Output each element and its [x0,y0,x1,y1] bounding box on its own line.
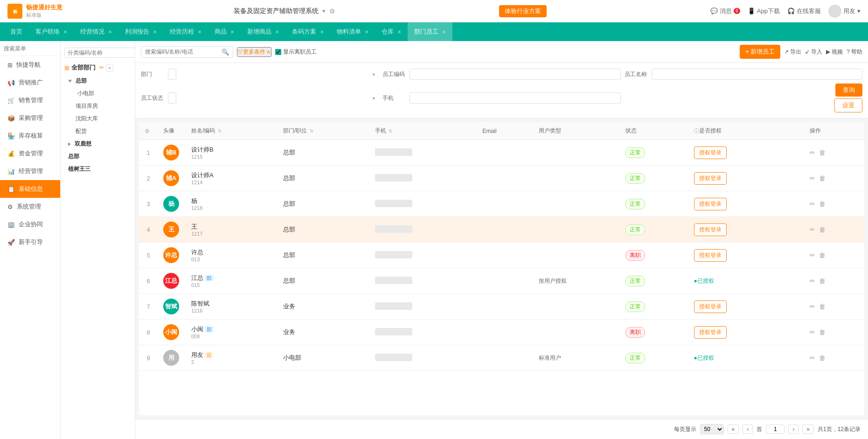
sort-dept-icon[interactable]: ⇅ [310,128,313,133]
close-barcode-tab[interactable]: ✕ [320,29,324,35]
employee-search-input[interactable] [145,49,220,55]
tab-home[interactable]: 首页 [4,22,29,41]
user-menu[interactable]: 用友 ▾ [828,5,861,18]
dept-item-xiaodian[interactable]: 小电部 [64,87,135,100]
sidebar-item-basic-info[interactable]: 📋 基础信息 [0,180,60,198]
export-button[interactable]: ↗ 导出 [784,48,801,56]
dept-group-shuanglu-header[interactable]: 双鹿想 [64,138,135,150]
filter-name-input[interactable] [652,69,862,80]
system-dropdown-icon[interactable]: ▾ [322,7,326,14]
first-page-button[interactable]: « [728,425,739,434]
sidebar-item-sales[interactable]: 🛒 销售管理 [0,91,60,109]
sidebar-item-purchase[interactable]: 📦 采购管理 [0,109,60,127]
sidebar-item-marketing[interactable]: 📢 营销推广 [0,74,60,91]
sidebar-item-corp[interactable]: 🏢 企业协同 [0,216,60,233]
sidebar-item-quick-nav[interactable]: ⊞ 快捷导航 [0,56,60,74]
dept-group-general2-header[interactable]: 总部 [64,150,135,163]
close-employee-tab[interactable]: ✕ [442,29,446,35]
edit-button[interactable]: ✏ [810,149,815,156]
edit-button[interactable]: ✏ [810,328,815,336]
app-download-button[interactable]: 📱 App下载 [748,7,780,15]
next-page-button[interactable]: › [788,425,799,434]
close-bom-tab[interactable]: ✕ [365,29,368,35]
close-history-tab[interactable]: ✕ [198,29,201,35]
filter-code-input[interactable] [410,69,620,80]
tab-warehouse[interactable]: 仓库✕ [375,22,408,41]
edit-button[interactable]: ✏ [810,277,815,285]
dept-item-project[interactable]: 项目库房 [64,100,135,112]
edit-button[interactable]: ✏ [810,226,815,233]
sidebar-item-system[interactable]: ⚙ 系统管理 [0,198,60,216]
tab-history[interactable]: 经营历程✕ [163,22,208,41]
delete-button[interactable]: 🗑 [819,226,826,233]
delete-button[interactable]: 🗑 [819,277,826,285]
help-button[interactable]: ? 帮助 [847,48,862,56]
show-resigned-checkbox[interactable] [275,49,281,55]
page-number-input[interactable] [766,425,785,434]
close-operation-tab[interactable]: ✕ [108,29,112,35]
online-service-button[interactable]: 🎧 在线客服 [787,7,821,15]
prev-page-button[interactable]: ‹ [743,425,753,434]
import-button[interactable]: ↙ 导入 [805,48,822,56]
sort-phone-icon[interactable]: ⇅ [389,128,392,133]
delete-button[interactable]: 🗑 [819,174,826,182]
delete-button[interactable]: 🗑 [819,303,826,310]
close-customer-tab[interactable]: ✕ [63,29,67,35]
edit-button[interactable]: ✏ [810,200,815,208]
dept-item-distribution[interactable]: 配货 [64,125,135,138]
auth-login-button[interactable]: 授权登录 [694,326,727,339]
delete-button[interactable]: 🗑 [819,251,826,259]
tab-new-goods[interactable]: 新增商品✕ [241,22,285,41]
auth-login-button[interactable]: 授权登录 [694,223,727,236]
close-profit-tab[interactable]: ✕ [153,29,157,35]
auth-login-button[interactable]: 授权登录 [694,249,727,262]
dept-collapse-button[interactable]: « [106,64,113,71]
edit-button[interactable]: ✏ [810,354,815,362]
filter-status-select[interactable] [168,92,176,104]
auth-login-button[interactable]: 授权登录 [694,172,727,185]
filter-phone-input[interactable] [410,92,620,104]
close-goods-tab[interactable]: ✕ [230,29,234,35]
tab-operation[interactable]: 经营情况✕ [74,22,118,41]
filter-search-button[interactable]: 查询 [835,84,862,97]
sidebar-item-operation[interactable]: 📊 经营管理 [0,162,60,180]
per-page-select[interactable]: 50 100 200 [700,424,724,434]
delete-button[interactable]: 🗑 [819,354,826,362]
delete-button[interactable]: 🗑 [819,200,826,208]
add-employee-button[interactable]: + 新增员工 [740,45,780,59]
filter-set-button[interactable]: 设置 [834,98,862,112]
last-page-button[interactable]: » [802,425,814,434]
trial-button[interactable]: 体验行业方案 [499,5,547,17]
filter-dept-select[interactable] [168,69,176,80]
tab-employee[interactable]: 部门员工✕ [408,22,452,41]
edit-button[interactable]: ✏ [810,174,815,182]
delete-button[interactable]: 🗑 [819,149,826,156]
sidebar-item-guide[interactable]: 🚀 新手引导 [0,233,60,251]
close-warehouse-tab[interactable]: ✕ [397,29,401,35]
settings-col-icon[interactable]: ⚙ [145,128,150,134]
sidebar-item-inventory[interactable]: 🏪 库存核算 [0,127,60,145]
more-filter-button[interactable]: ▽ 更多条件 ∧ [237,47,271,57]
sort-name-icon[interactable]: ⇅ [218,128,222,133]
edit-button[interactable]: ✏ [810,303,815,310]
dept-search-input[interactable] [64,48,135,58]
delete-button[interactable]: 🗑 [819,328,826,336]
auth-login-button[interactable]: 授权登录 [694,146,727,159]
dept-item-shenyang[interactable]: 沈阳大库 [64,112,135,125]
dept-group-general-header[interactable]: 总部 [64,75,135,87]
tab-profit[interactable]: 利润报告✕ [118,22,163,41]
settings-icon[interactable]: ⚙ [329,7,335,15]
view-button[interactable]: ▶ 视频 [826,48,843,56]
dept-edit-icon[interactable]: ✏ [99,64,104,71]
dept-group-plant-header[interactable]: 植树王三 [64,163,135,175]
auth-login-button[interactable]: 授权登录 [694,198,727,210]
message-button[interactable]: 💬 消息 6 [710,7,740,15]
tab-goods[interactable]: 商品✕ [208,22,241,41]
close-newgoods-tab[interactable]: ✕ [275,29,279,35]
auth-login-button[interactable]: 授权登录 [694,300,727,313]
employee-search-icon[interactable]: 🔍 [222,49,229,56]
tab-customer[interactable]: 客户联络✕ [29,22,74,41]
tab-bom[interactable]: 物料清单✕ [330,22,375,41]
sidebar-item-finance[interactable]: 💰 资金管理 [0,145,60,162]
sidebar-search-input[interactable] [4,45,61,52]
